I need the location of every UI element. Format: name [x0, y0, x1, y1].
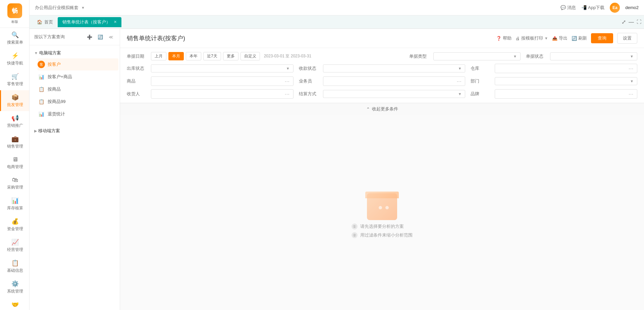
sidebar-item-label: 搜索菜单: [7, 40, 23, 45]
plan-item-by-customer-product[interactable]: 📊 按客户+商品: [38, 71, 118, 83]
by-customer-icon: 客: [38, 61, 45, 68]
tab-maximize-icon[interactable]: ⛶: [637, 19, 641, 25]
tab-sales-stats[interactable]: 销售单统计表（按客户） ✕: [58, 17, 121, 27]
date-btn-last7days[interactable]: 近7天: [203, 52, 221, 60]
date-btn-last-month[interactable]: 上月: [151, 52, 166, 60]
doc-type-select[interactable]: ▼: [433, 52, 521, 60]
plan-item-label: 按客户: [48, 61, 61, 67]
sidebar-item-finance[interactable]: 💰 资金管理: [0, 214, 29, 235]
product-select[interactable]: ···: [151, 76, 293, 86]
purchase-icon: 🛍: [12, 176, 18, 184]
system-icon: ⚙️: [11, 280, 19, 288]
page-title-bar: 销售单统计表(按客户) ❓ 帮助 🖨 按模板打印 ▼ 📤 导出: [120, 29, 644, 48]
date-btn-current-month[interactable]: 本月: [168, 52, 184, 60]
plan-item-by-product[interactable]: 📋 按商品: [38, 83, 118, 95]
sidebar-item-retail[interactable]: 🛒 零售管理: [0, 69, 29, 90]
collapse-more-conditions[interactable]: ⌃ 收起更多条件: [120, 103, 644, 115]
app-download-icon: 📲: [581, 5, 587, 10]
doc-status-select[interactable]: ▼: [550, 52, 637, 60]
date-btn-custom[interactable]: 自定义: [240, 52, 260, 60]
query-button[interactable]: 查询: [591, 33, 613, 43]
mobile-section: ▶ 移动端方案: [30, 123, 120, 139]
warehouse-dots-icon: ···: [629, 66, 634, 71]
wholesale-icon: 📦: [11, 94, 19, 101]
tab-home-label: 首页: [44, 19, 53, 25]
sidebar-item-search-menu[interactable]: 🔍 搜索菜单: [0, 28, 29, 49]
top-header: 办公用品行业模拟账套 ▼ 💬 消息 📲 App下载 Ea demo2: [30, 0, 644, 15]
refresh-label: 刷新: [578, 35, 587, 41]
export-link[interactable]: 📤 导出: [552, 35, 568, 41]
sidebar-item-marketing[interactable]: 📢 营销推广: [0, 111, 29, 132]
sidebar-item-operation[interactable]: 📈 经营管理: [0, 235, 29, 256]
desktop-section-label: 电脑端方案: [39, 50, 61, 56]
date-range-display: 2023-03-01 至 2023-03-31: [264, 53, 311, 59]
warehouse-label: 仓库: [471, 65, 489, 71]
sidebar-item-purchase[interactable]: 🛍 采购管理: [0, 173, 29, 194]
tab-close-icon[interactable]: ✕: [114, 20, 117, 24]
doc-type-dropdown-icon: ▼: [513, 54, 517, 58]
sales-icon: 💼: [11, 135, 19, 143]
plan-item-by-product99[interactable]: 📋 按商品99: [38, 96, 118, 108]
date-btn-more[interactable]: 更多: [223, 52, 238, 60]
sidebar-item-label: 采购管理: [7, 185, 23, 190]
warehouse-select[interactable]: ···: [495, 64, 637, 73]
desktop-section-header[interactable]: ▼ 电脑端方案: [30, 48, 120, 58]
header-left: 办公用品行业模拟账套 ▼: [35, 5, 85, 11]
message-action[interactable]: 💬 消息: [560, 5, 576, 11]
mobile-section-chevron: ▶: [34, 129, 37, 133]
ecommerce-icon: 🖥: [12, 156, 18, 163]
plan-item-return-stats[interactable]: 📊 退货统计: [38, 108, 118, 120]
refresh-plan-button[interactable]: 🔄: [96, 33, 104, 41]
filter-row-4: 收货人 ··· 结算方式 ▼ 品牌 ···: [127, 89, 637, 99]
refresh-link[interactable]: 🔄 刷新: [572, 35, 587, 41]
collapse-panel-button[interactable]: ≪: [107, 33, 115, 41]
industry-dropdown-icon[interactable]: ▼: [81, 6, 85, 10]
left-panel: 按以下方案查询 ➕ 🔄 ≪ ▼ 电脑端方案 客 按客户 📊: [30, 29, 120, 310]
settlement-select[interactable]: ▼: [323, 90, 466, 98]
print-link[interactable]: 🖨 按模板打印 ▼: [516, 35, 548, 41]
department-dropdown-icon: ▼: [630, 79, 634, 83]
out-status-select[interactable]: ▼: [151, 64, 293, 72]
plan-item-by-customer[interactable]: 客 按客户: [38, 58, 118, 70]
basic-icon: 📋: [11, 259, 19, 267]
empty-hint-2: ② 用过滤条件来缩小分析范围: [352, 232, 413, 238]
sidebar-item-wholesale[interactable]: 📦 批发管理: [0, 90, 29, 111]
sidebar-item-basic[interactable]: 📋 基础信息: [0, 256, 29, 277]
sidebar-item-quick-nav[interactable]: ⚡ 快捷导航: [0, 49, 29, 69]
hint-number-2: ②: [352, 232, 358, 238]
tab-sales-stats-label: 销售单统计表（按客户）: [62, 19, 110, 25]
help-link[interactable]: ❓ 帮助: [496, 35, 512, 41]
department-select[interactable]: ▼: [495, 77, 637, 85]
sidebar-item-system[interactable]: ⚙️ 系统管理: [0, 277, 29, 298]
app-download-action[interactable]: 📲 App下载: [581, 5, 604, 11]
date-btn-current-year[interactable]: 本年: [186, 52, 201, 60]
sidebar-item-label: 基础信息: [7, 268, 23, 273]
settings-button[interactable]: 设置: [617, 33, 637, 44]
brand-label: 品牌: [471, 91, 489, 97]
tab-minimize-icon[interactable]: —: [629, 19, 634, 25]
sidebar-item-inventory[interactable]: 📊 库存核算: [0, 194, 29, 214]
tab-home[interactable]: 🏠 首页: [32, 17, 58, 27]
sidebar-item-label: 电商管理: [7, 164, 23, 170]
brand-select[interactable]: ···: [495, 89, 637, 99]
mobile-section-header[interactable]: ▶ 移动端方案: [30, 126, 120, 136]
date-button-group: 上月 本月 本年 近7天 更多 自定义 2023-03-01 至 2023-03…: [151, 52, 311, 60]
add-plan-button[interactable]: ➕: [86, 33, 94, 41]
out-status-dropdown-icon: ▼: [286, 66, 290, 70]
avatar[interactable]: Ea: [610, 3, 620, 13]
tab-expand-icon[interactable]: ⤢: [622, 19, 626, 25]
empty-eye-right: [385, 206, 389, 209]
receiver-select[interactable]: ···: [151, 89, 293, 99]
sidebar-item-ecommerce[interactable]: 🖥 电商管理: [0, 153, 29, 173]
empty-state: ① 请先选择要分析的方案 ② 用过滤条件来缩小分析范围: [120, 115, 644, 310]
product-dots-icon: ···: [285, 79, 290, 84]
receipt-status-select[interactable]: ▼: [323, 64, 466, 72]
salesperson-select[interactable]: ···: [323, 76, 466, 86]
sidebar-item-enterprise[interactable]: 🤝 企业协同: [0, 298, 29, 310]
logo-label: 标版: [11, 19, 18, 24]
collapse-up-icon: ⌃: [366, 107, 370, 112]
sidebar-item-sales[interactable]: 💼 销售管理: [0, 132, 29, 153]
print-dropdown-icon[interactable]: ▼: [544, 36, 548, 40]
salesperson-dots-icon: ···: [457, 79, 462, 84]
desktop-section-chevron: ▼: [34, 51, 38, 55]
